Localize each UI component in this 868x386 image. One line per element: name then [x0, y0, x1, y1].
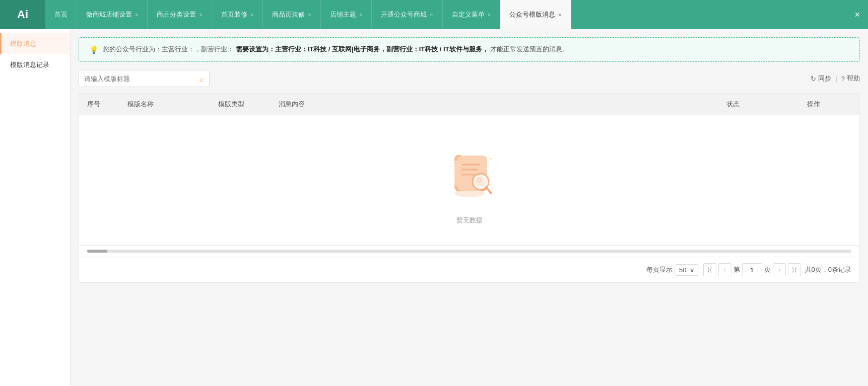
- table-header: 序号 模版名称 模版类型 消息内容 状态 操作: [79, 94, 859, 115]
- nav-tab-close-product-decor[interactable]: ×: [308, 12, 311, 18]
- svg-text:✦: ✦: [489, 156, 493, 162]
- nav-tab-category[interactable]: 商品分类设置×: [148, 0, 212, 29]
- sync-icon: ↻: [811, 75, 816, 83]
- search-bar: ⌕ ↻ 同步 | ? 帮助: [79, 70, 860, 87]
- prev-page-button[interactable]: ﹤: [718, 263, 731, 276]
- scrollbar-thumb[interactable]: [87, 250, 107, 253]
- sidebar-item-template-record[interactable]: 模版消息记录: [0, 54, 70, 75]
- nav-tab-product-decor[interactable]: 商品页装修×: [263, 0, 320, 29]
- notice-text: 您的公众号行业为：主营行业：，副营行业： 需要设置为：主营行业：IT科技 / 互…: [103, 45, 569, 54]
- nav-tab-template-msg[interactable]: 公众号模版消息×: [500, 0, 571, 29]
- notice-icon: 💡: [89, 45, 99, 54]
- search-icon[interactable]: ⌕: [199, 74, 204, 83]
- nav-tab-close-theme[interactable]: ×: [359, 12, 362, 18]
- sidebar-item-template-msg[interactable]: 模版消息: [0, 33, 70, 54]
- nav-tab-theme[interactable]: 店铺主题×: [321, 0, 372, 29]
- page-navigation: ⟨⟨ ﹤ 第 页 ﹥ ⟩⟩: [703, 263, 801, 276]
- dropdown-arrow-icon: ∨: [690, 266, 695, 274]
- page-size-select: 每页显示 50 ∨: [646, 264, 699, 276]
- empty-text: 暂无数据: [456, 216, 483, 225]
- help-button[interactable]: ? 帮助: [841, 74, 860, 83]
- top-nav: Ai 首页微商城店铺设置×商品分类设置×首页装修×商品页装修×店铺主题×开通公众…: [0, 0, 868, 29]
- horizontal-scrollbar[interactable]: [87, 250, 851, 253]
- page-number-input[interactable]: [742, 263, 762, 276]
- pagination: 每页显示 50 ∨ ⟨⟨ ﹤ 第 页 ﹥ ⟩⟩ 共0页，0条记录: [79, 257, 859, 282]
- nav-tab-home-decor[interactable]: 首页装修×: [212, 0, 263, 29]
- empty-illustration: ✦ ✦: [439, 145, 500, 206]
- nav-tab-close-open-mall[interactable]: ×: [430, 12, 433, 18]
- col-seq: 序号: [79, 94, 119, 115]
- main-content: 💡 您的公众号行业为：主营行业：，副营行业： 需要设置为：主营行业：IT科技 /…: [71, 29, 868, 386]
- svg-text:✦: ✦: [449, 165, 453, 169]
- nav-tab-close-home-decor[interactable]: ×: [250, 12, 253, 18]
- nav-tab-close-shop-setting[interactable]: ×: [135, 12, 138, 18]
- col-type: 模版类型: [210, 94, 271, 115]
- help-icon: ?: [841, 75, 845, 83]
- nav-tab-home[interactable]: 首页: [45, 0, 77, 29]
- toolbar-divider: |: [835, 75, 837, 83]
- logo: Ai: [0, 0, 45, 29]
- notice-highlight: 需要设置为：主营行业：IT科技 / 互联网|电子商务，副营行业：IT科技 / I…: [236, 45, 489, 53]
- page-size-dropdown[interactable]: 50 ∨: [675, 264, 699, 276]
- search-input[interactable]: [84, 75, 199, 83]
- data-table: 序号 模版名称 模版类型 消息内容 状态 操作: [79, 93, 860, 283]
- main-layout: 模版消息 模版消息记录 💡 您的公众号行业为：主营行业：，副营行业： 需要设置为…: [0, 29, 868, 386]
- empty-state: ✦ ✦ 暂无数据: [79, 115, 859, 245]
- svg-line-6: [486, 187, 491, 193]
- last-page-button[interactable]: ⟩⟩: [788, 263, 801, 276]
- notice-banner: 💡 您的公众号行业为：主营行业：，副营行业： 需要设置为：主营行业：IT科技 /…: [79, 37, 860, 62]
- col-content: 消息内容: [271, 94, 718, 115]
- nav-tab-close-template-msg[interactable]: ×: [558, 12, 561, 18]
- sidebar: 模版消息 模版消息记录: [0, 29, 71, 386]
- page-total: 共0页，0条记录: [805, 265, 851, 274]
- nav-tab-custom-menu[interactable]: 自定义菜单×: [443, 0, 500, 29]
- nav-tabs: 首页微商城店铺设置×商品分类设置×首页装修×商品页装修×店铺主题×开通公众号商城…: [45, 0, 846, 29]
- nav-tab-close-category[interactable]: ×: [199, 12, 202, 18]
- scrollbar-area: [79, 245, 859, 257]
- first-page-button[interactable]: ⟨⟨: [703, 263, 716, 276]
- search-input-wrapper: ⌕: [79, 70, 210, 87]
- nav-tab-shop-setting[interactable]: 微商城店铺设置×: [77, 0, 148, 29]
- nav-tab-close-custom-menu[interactable]: ×: [488, 12, 491, 18]
- col-name: 模版名称: [119, 94, 210, 115]
- nav-tab-open-mall[interactable]: 开通公众号商城×: [372, 0, 442, 29]
- close-all-button[interactable]: ×: [846, 10, 868, 20]
- next-page-button[interactable]: ﹥: [773, 263, 786, 276]
- toolbar-right: ↻ 同步 | ? 帮助: [811, 74, 860, 83]
- sync-button[interactable]: ↻ 同步: [811, 74, 831, 83]
- col-action: 操作: [799, 94, 859, 115]
- col-status: 状态: [718, 94, 799, 115]
